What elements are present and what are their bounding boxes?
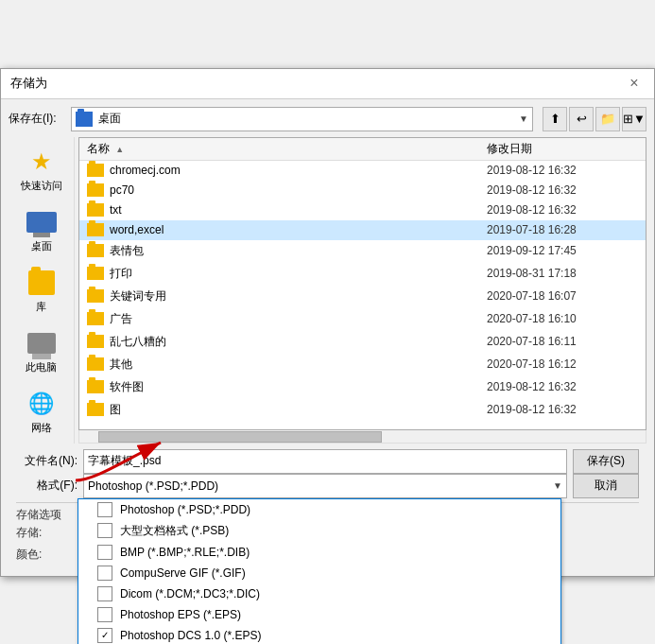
folder-icon-small bbox=[87, 203, 104, 217]
file-name: chromecj.com bbox=[110, 164, 487, 177]
file-name: word,excel bbox=[110, 223, 487, 236]
format-option-label: 大型文档格式 (*.PSB) bbox=[120, 523, 229, 539]
close-button[interactable]: × bbox=[624, 73, 645, 94]
format-select[interactable]: Photoshop (*.PSD;*.PDD) ▼ bbox=[83, 474, 567, 498]
view-toggle-button[interactable]: ⊞▼ bbox=[622, 107, 646, 131]
file-date: 2019-07-18 16:28 bbox=[487, 223, 638, 236]
save-button[interactable]: 保存(S) bbox=[573, 449, 639, 474]
format-option-label: BMP (*.BMP;*.RLE;*.DIB) bbox=[120, 546, 250, 559]
format-option[interactable]: Photoshop DCS 1.0 (*.EPS) bbox=[78, 625, 560, 645]
file-name: 关键词专用 bbox=[110, 288, 487, 305]
file-name: txt bbox=[110, 203, 487, 217]
table-row[interactable]: 乱七八糟的 2020-07-18 16:11 bbox=[79, 331, 646, 354]
cancel-button[interactable]: 取消 bbox=[573, 474, 639, 498]
format-row-container: 格式(F): Photoshop (*.PSD;*.PDD) ▼ 取消 Phot… bbox=[16, 474, 639, 498]
title-bar: 存储为 × bbox=[1, 69, 654, 99]
new-folder-button[interactable]: 📁 bbox=[595, 107, 620, 131]
save-in-text: 桌面 bbox=[98, 111, 519, 127]
file-name: 广告 bbox=[110, 311, 487, 327]
table-row[interactable]: pc70 2019-08-12 16:32 bbox=[79, 181, 646, 200]
file-list-container[interactable]: 名称 ▲ 修改日期 chromecj.com 2019-08-12 16:32 … bbox=[78, 137, 646, 430]
file-date: 2020-07-18 16:07 bbox=[487, 289, 638, 303]
desktop-icon bbox=[25, 208, 59, 236]
file-list-area: 名称 ▲ 修改日期 chromecj.com 2019-08-12 16:32 … bbox=[78, 137, 646, 444]
file-date: 2020-07-18 16:10 bbox=[487, 312, 638, 325]
format-option-label: Photoshop DCS 1.0 (*.EPS) bbox=[120, 629, 261, 642]
format-dropdown[interactable]: Photoshop (*.PSD;*.PDD)大型文档格式 (*.PSB)BMP… bbox=[78, 498, 561, 645]
format-checkbox bbox=[97, 523, 112, 538]
save-in-dropdown[interactable]: 桌面 ▼ bbox=[71, 107, 533, 131]
format-option[interactable]: CompuServe GIF (*.GIF) bbox=[78, 563, 560, 583]
file-name: pc70 bbox=[110, 183, 487, 197]
pc-icon bbox=[25, 329, 59, 357]
format-option[interactable]: BMP (*.BMP;*.RLE;*.DIB) bbox=[78, 542, 560, 563]
scroll-thumb bbox=[98, 431, 382, 443]
table-row[interactable]: 软件图 2019-08-12 16:32 bbox=[79, 376, 646, 399]
file-date: 2019-08-12 16:32 bbox=[487, 183, 638, 197]
main-area: ★ 快速访问 桌面 库 bbox=[9, 137, 646, 444]
dialog-body: 保存在(I): 桌面 ▼ ⬆ ↩ 📁 ⊞▼ bbox=[1, 99, 654, 576]
folder-icon-small bbox=[87, 223, 104, 236]
table-row[interactable]: 打印 2019-08-31 17:18 bbox=[79, 263, 646, 286]
filename-row: 文件名(N): 保存(S) bbox=[16, 449, 639, 474]
save-as-dialog: 存储为 × 保存在(I): 桌面 ▼ ⬆ ↩ 📁 ⊞▼ bbox=[0, 68, 655, 577]
folder-icon-small bbox=[87, 403, 104, 416]
format-select-text: Photoshop (*.PSD;*.PDD) bbox=[88, 479, 553, 493]
table-row[interactable]: txt 2019-08-12 16:32 bbox=[79, 200, 646, 220]
table-row[interactable]: 关键词专用 2020-07-18 16:07 bbox=[79, 286, 646, 308]
file-name: 乱七八糟的 bbox=[110, 334, 487, 350]
format-checkbox bbox=[97, 502, 112, 517]
sort-arrow-icon: ▲ bbox=[115, 145, 124, 154]
table-row[interactable]: 广告 2020-07-18 16:10 bbox=[79, 308, 646, 331]
folder-icon-small bbox=[87, 183, 104, 197]
network-icon: 🌐 bbox=[25, 390, 59, 418]
nav-back-button[interactable]: ↩ bbox=[569, 107, 594, 131]
table-row[interactable]: 图 2019-08-12 16:32 bbox=[79, 399, 646, 422]
file-date: 2019-08-12 16:32 bbox=[487, 403, 638, 416]
file-date: 2020-07-18 16:12 bbox=[487, 357, 638, 371]
dialog-title: 存储为 bbox=[10, 75, 47, 92]
sidebar-item-pc[interactable]: 此电脑 bbox=[12, 322, 70, 379]
table-row[interactable]: 其他 2020-07-18 16:12 bbox=[79, 354, 646, 376]
sidebar-item-library[interactable]: 库 bbox=[12, 262, 70, 319]
table-row[interactable]: 表情包 2019-09-12 17:45 bbox=[79, 240, 646, 263]
format-option[interactable]: 大型文档格式 (*.PSB) bbox=[78, 520, 560, 542]
format-checkbox bbox=[97, 607, 112, 622]
sidebar-item-desktop[interactable]: 桌面 bbox=[12, 201, 70, 258]
format-option[interactable]: Dicom (*.DCM;*.DC3;*.DIC) bbox=[78, 583, 560, 604]
format-checkbox bbox=[97, 586, 112, 601]
table-row[interactable]: chromecj.com 2019-08-12 16:32 bbox=[79, 161, 646, 181]
file-rows: chromecj.com 2019-08-12 16:32 pc70 2019-… bbox=[79, 161, 646, 422]
file-date: 2019-08-12 16:32 bbox=[487, 380, 638, 393]
folder-icon-small bbox=[87, 244, 104, 257]
file-date: 2019-08-12 16:32 bbox=[487, 203, 638, 217]
format-option-label: CompuServe GIF (*.GIF) bbox=[120, 566, 246, 580]
sidebar-item-label: 桌面 bbox=[31, 239, 52, 253]
sidebar-item-quick-access[interactable]: ★ 快速访问 bbox=[12, 141, 70, 198]
file-date: 2019-08-12 16:32 bbox=[487, 164, 638, 177]
save-in-bar: 保存在(I): 桌面 ▼ ⬆ ↩ 📁 ⊞▼ bbox=[9, 107, 646, 131]
filename-label: 文件名(N): bbox=[16, 453, 78, 469]
format-option[interactable]: Photoshop (*.PSD;*.PDD) bbox=[78, 499, 560, 520]
toolbar-icons: ⬆ ↩ 📁 ⊞▼ bbox=[543, 107, 646, 131]
col-name-header: 名称 ▲ bbox=[87, 141, 487, 157]
filename-input[interactable] bbox=[83, 449, 567, 474]
horizontal-scrollbar[interactable] bbox=[78, 430, 646, 444]
col-date-header: 修改日期 bbox=[487, 141, 638, 157]
save-in-label: 保存在(I): bbox=[9, 111, 65, 127]
sidebar-item-label: 快速访问 bbox=[21, 179, 62, 193]
folder-icon bbox=[76, 112, 93, 127]
star-icon: ★ bbox=[25, 148, 59, 176]
sidebar-item-label: 库 bbox=[36, 300, 46, 314]
nav-up-button[interactable]: ⬆ bbox=[543, 107, 567, 131]
folder-icon-small bbox=[87, 380, 104, 393]
format-option-label: Photoshop (*.PSD;*.PDD) bbox=[120, 503, 250, 516]
format-checkbox bbox=[97, 545, 112, 560]
sidebar-item-network[interactable]: 🌐 网络 bbox=[12, 383, 70, 440]
folder-icon-small bbox=[87, 289, 104, 303]
folder-icon-small bbox=[87, 312, 104, 325]
format-row: 格式(F): Photoshop (*.PSD;*.PDD) ▼ 取消 bbox=[16, 474, 639, 498]
file-name: 其他 bbox=[110, 357, 487, 373]
format-option[interactable]: Photoshop EPS (*.EPS) bbox=[78, 604, 560, 625]
table-row[interactable]: word,excel 2019-07-18 16:28 bbox=[79, 220, 646, 240]
